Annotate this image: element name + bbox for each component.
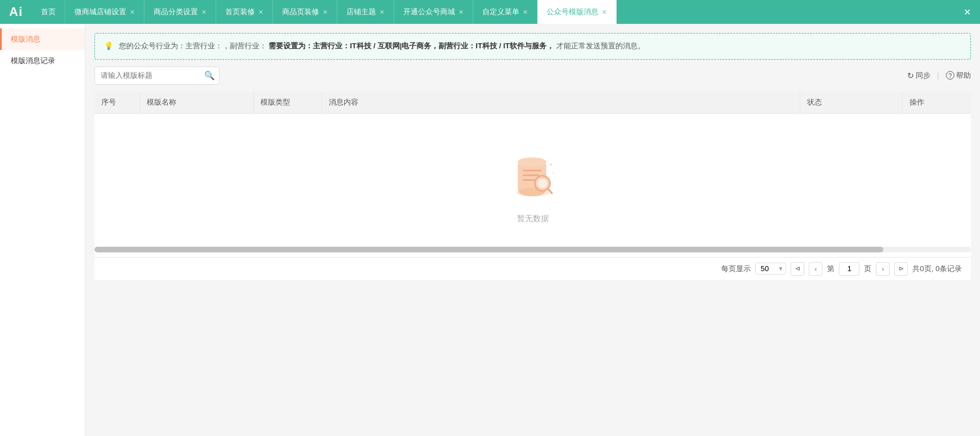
col-type: 模版类型 [254, 92, 322, 113]
main-layout: 模版消息 模版消息记录 💡 您的公众号行业为：主营行业：，副营行业： 需要设置为… [0, 24, 980, 436]
sidebar-item-template-record[interactable]: 模版消息记录 [0, 50, 85, 72]
tab-product-decoration[interactable]: 商品页装修 ✕ [273, 0, 337, 24]
page-size-select[interactable]: 50 10 20 100 [755, 263, 786, 275]
close-tab-template-msg[interactable]: ✕ [602, 9, 607, 16]
page-suffix: 页 [864, 264, 871, 274]
search-input-wrap: 🔍 [94, 67, 220, 85]
help-icon: ? [946, 71, 954, 80]
svg-point-2 [518, 157, 546, 167]
sync-icon: ↻ [907, 71, 914, 80]
page-prefix: 第 [827, 264, 834, 274]
tab-custom-menu[interactable]: 自定义菜单 ✕ [473, 0, 537, 24]
table-header: 序号 模版名称 模版类型 消息内容 状态 操作 [94, 92, 971, 114]
app-logo: Ai [0, 5, 32, 19]
search-input[interactable] [94, 67, 220, 85]
search-icon[interactable]: 🔍 [204, 70, 215, 81]
svg-text:✦: ✦ [549, 162, 553, 166]
sync-button[interactable]: ↻ 同步 [907, 70, 931, 81]
scroll-indicator[interactable] [94, 247, 971, 252]
col-content: 消息内容 [322, 92, 800, 113]
tab-shop-theme[interactable]: 店铺主题 ✕ [337, 0, 394, 24]
tab-product-category[interactable]: 商品分类设置 ✕ [144, 0, 216, 24]
tab-bar: Ai 首页 微商城店铺设置 ✕ 商品分类设置 ✕ 首页装修 ✕ 商品页装修 ✕ … [0, 0, 980, 24]
pagination-summary: 共0页, 0条记录 [912, 264, 962, 274]
close-all-tabs[interactable]: ✕ [954, 7, 980, 18]
sidebar-item-template-message[interactable]: 模版消息 [0, 28, 85, 50]
svg-point-8 [537, 178, 547, 188]
first-page-button[interactable]: ⊲ [791, 262, 804, 276]
close-tab-home-decoration[interactable]: ✕ [258, 9, 263, 16]
close-tab-shop-settings[interactable]: ✕ [130, 9, 135, 16]
tab-shop-settings[interactable]: 微商城店铺设置 ✕ [65, 0, 144, 24]
page-number-input[interactable] [839, 262, 859, 276]
search-bar: 🔍 ↻ 同步 | ? 帮助 [94, 67, 971, 85]
empty-text: 暂无数据 [517, 214, 549, 224]
toolbar-divider: | [937, 71, 939, 80]
pagination: 每页显示 50 10 20 100 ▼ ⊲ ‹ 第 页 › ⊳ 共 [94, 257, 971, 280]
next-page-button[interactable]: › [876, 262, 890, 276]
tab-home[interactable]: 首页 [32, 0, 65, 24]
close-tab-open-mall[interactable]: ✕ [458, 9, 464, 16]
col-status: 状态 [800, 92, 903, 113]
close-tab-shop-theme[interactable]: ✕ [379, 9, 384, 16]
content-area: 💡 您的公众号行业为：主营行业：，副营行业： 需要设置为：主营行业：IT科技 /… [85, 24, 980, 436]
page-size-label: 每页显示 [721, 264, 751, 274]
data-table: 序号 模版名称 模版类型 消息内容 状态 操作 [94, 92, 971, 280]
last-page-button[interactable]: ⊳ [894, 262, 908, 276]
col-name: 模版名称 [140, 92, 254, 113]
col-actions: 操作 [903, 92, 971, 113]
col-index: 序号 [94, 92, 140, 113]
tab-home-decoration[interactable]: 首页装修 ✕ [216, 0, 273, 24]
page-size-wrap: 50 10 20 100 ▼ [755, 263, 786, 275]
sidebar: 模版消息 模版消息记录 [0, 24, 85, 436]
notice-icon: 💡 [104, 41, 113, 50]
prev-page-button[interactable]: ‹ [809, 262, 822, 276]
tab-open-mall[interactable]: 开通公众号商城 ✕ [394, 0, 473, 24]
toolbar-right: ↻ 同步 | ? 帮助 [907, 70, 971, 81]
svg-text:✦: ✦ [552, 171, 554, 175]
empty-state: ✦ ✦ 暂无数据 [94, 114, 971, 247]
scroll-thumb [94, 247, 883, 252]
close-tab-product-category[interactable]: ✕ [201, 9, 206, 16]
empty-icon: ✦ ✦ [505, 148, 561, 205]
close-tab-product-decoration[interactable]: ✕ [322, 9, 328, 16]
help-button[interactable]: ? 帮助 [946, 70, 971, 81]
close-tab-custom-menu[interactable]: ✕ [523, 9, 528, 16]
tab-template-msg[interactable]: 公众号模版消息 ✕ [537, 0, 617, 24]
notice-box: 💡 您的公众号行业为：主营行业：，副营行业： 需要设置为：主营行业：IT科技 /… [94, 33, 971, 60]
